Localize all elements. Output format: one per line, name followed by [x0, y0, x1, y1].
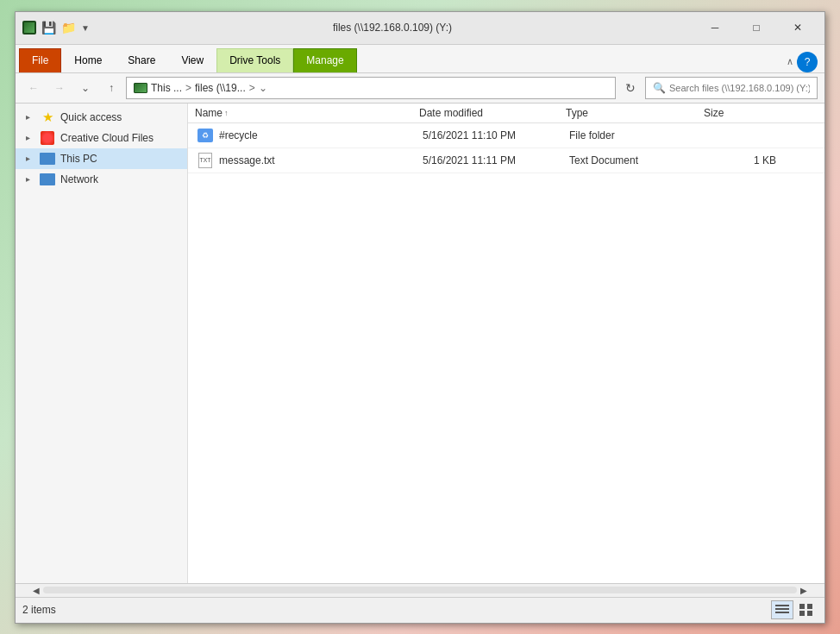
- search-box[interactable]: 🔍: [645, 77, 818, 99]
- ribbon: File Home Share View Drive Tools Manage …: [16, 45, 824, 73]
- star-icon: ★: [40, 111, 55, 123]
- title-bar: 💾 📁 ▼ files (\\192.168.0.109) (Y:) ─ □ ✕: [16, 12, 824, 45]
- sidebar-item-quick-access[interactable]: ▸ ★ Quick access: [16, 107, 187, 128]
- item-count: 2 items: [22, 604, 56, 616]
- quick-dropdown-icon[interactable]: ▼: [81, 23, 90, 33]
- status-bar: 2 items: [16, 597, 824, 623]
- sort-indicator: ↑: [224, 109, 229, 117]
- tab-home[interactable]: Home: [61, 48, 115, 72]
- ribbon-expand: ∧ ?: [787, 52, 821, 72]
- file-explorer-window: 💾 📁 ▼ files (\\192.168.0.109) (Y:) ─ □ ✕…: [15, 11, 825, 624]
- svg-rect-2: [775, 612, 789, 613]
- creative-cloud-icon: [40, 132, 55, 144]
- app-icon: [22, 21, 36, 35]
- file-list-header: Name ↑ Date modified Type Size: [188, 104, 824, 123]
- file-type-message: Text Document: [569, 154, 707, 166]
- file-size-message: 1 KB: [707, 154, 776, 166]
- tab-share[interactable]: Share: [115, 48, 168, 72]
- scroll-track[interactable]: [43, 587, 797, 593]
- large-icons-view-button[interactable]: [795, 600, 818, 619]
- back-button[interactable]: ←: [22, 77, 45, 99]
- file-name-message: message.txt: [219, 154, 423, 166]
- sidebar-label-this-pc: This PC: [60, 153, 97, 165]
- main-area: ▸ ★ Quick access ▸ Creative Cloud Files …: [16, 104, 824, 583]
- svg-rect-3: [799, 604, 805, 609]
- sidebar-item-this-pc[interactable]: ▸ This PC: [16, 148, 187, 169]
- path-crumb-2: files (\\19...: [195, 82, 246, 94]
- search-input[interactable]: [669, 83, 810, 93]
- title-bar-left: 💾 📁 ▼: [22, 21, 90, 35]
- forward-button[interactable]: →: [48, 77, 71, 99]
- window-controls: ─ □ ✕: [695, 15, 818, 41]
- sidebar: ▸ ★ Quick access ▸ Creative Cloud Files …: [16, 104, 188, 583]
- close-button[interactable]: ✕: [778, 15, 818, 41]
- sidebar-label-network: Network: [60, 173, 98, 185]
- large-icons-view-icon: [799, 604, 813, 616]
- scroll-left-button[interactable]: ◀: [29, 583, 43, 597]
- tab-drive-tools[interactable]: Drive Tools: [216, 48, 293, 72]
- column-name[interactable]: Name ↑: [195, 107, 419, 119]
- svg-rect-4: [807, 604, 812, 609]
- tab-view[interactable]: View: [168, 48, 216, 72]
- path-dropdown-button[interactable]: ⌄: [259, 82, 267, 94]
- details-view-button[interactable]: [771, 600, 793, 619]
- path-sep-1: >: [185, 82, 191, 94]
- file-list: Name ↑ Date modified Type Size ♻ #recyc: [188, 104, 824, 583]
- address-path[interactable]: This ... > files (\\19... > ⌄: [126, 77, 616, 99]
- path-sep-2: >: [249, 82, 255, 94]
- txt-file-icon: TXT: [195, 152, 216, 169]
- column-type[interactable]: Type: [566, 107, 704, 119]
- horizontal-scroll-area: ◀ ▶: [16, 583, 824, 597]
- sidebar-label-creative-cloud: Creative Cloud Files: [60, 132, 154, 144]
- svg-rect-1: [775, 608, 789, 610]
- tab-file[interactable]: File: [19, 48, 61, 72]
- file-name-recycle: #recycle: [219, 129, 423, 141]
- svg-rect-5: [799, 611, 805, 616]
- chevron-creative-cloud-icon: ▸: [26, 133, 34, 142]
- help-button[interactable]: ?: [797, 52, 818, 72]
- svg-rect-6: [807, 611, 812, 616]
- window-title: files (\\192.168.0.109) (Y:): [90, 22, 695, 34]
- path-drive-icon: [134, 83, 147, 93]
- svg-rect-0: [775, 605, 789, 606]
- quick-save-icon[interactable]: 💾: [41, 21, 56, 35]
- minimize-button[interactable]: ─: [695, 15, 735, 41]
- tab-manage[interactable]: Manage: [293, 48, 356, 72]
- table-row[interactable]: TXT message.txt 5/16/2021 11:11 PM Text …: [188, 148, 824, 173]
- search-icon: 🔍: [653, 82, 666, 94]
- recent-locations-button[interactable]: ⌄: [74, 77, 97, 99]
- details-view-icon: [775, 604, 789, 616]
- column-date[interactable]: Date modified: [419, 107, 566, 119]
- sidebar-label-quick-access: Quick access: [60, 111, 122, 123]
- maximize-button[interactable]: □: [737, 15, 776, 41]
- file-date-recycle: 5/16/2021 11:10 PM: [423, 129, 569, 141]
- up-button[interactable]: ↑: [100, 77, 122, 99]
- table-row[interactable]: ♻ #recycle 5/16/2021 11:10 PM File folde…: [188, 123, 824, 148]
- ribbon-tabs: File Home Share View Drive Tools Manage …: [16, 45, 824, 72]
- file-date-message: 5/16/2021 11:11 PM: [423, 154, 569, 166]
- network-icon: [40, 173, 55, 185]
- address-bar: ← → ⌄ ↑ This ... > files (\\19... > ⌄ ↻ …: [16, 73, 824, 104]
- scroll-right-button[interactable]: ▶: [797, 583, 811, 597]
- this-pc-icon: [40, 153, 55, 165]
- expand-ribbon-button[interactable]: ∧: [787, 56, 793, 67]
- file-type-recycle: File folder: [569, 129, 707, 141]
- refresh-button[interactable]: ↻: [619, 77, 642, 99]
- chevron-this-pc-icon: ▸: [26, 154, 34, 163]
- chevron-quick-access-icon: ▸: [26, 112, 34, 122]
- view-toggle: [771, 600, 818, 619]
- column-size[interactable]: Size: [704, 107, 773, 119]
- chevron-network-icon: ▸: [26, 174, 34, 184]
- path-crumb-1: This ...: [151, 82, 182, 94]
- quick-folder-icon[interactable]: 📁: [61, 21, 76, 35]
- sidebar-item-network[interactable]: ▸ Network: [16, 169, 187, 190]
- sidebar-item-creative-cloud[interactable]: ▸ Creative Cloud Files: [16, 128, 187, 148]
- recycle-icon: ♻: [195, 127, 216, 144]
